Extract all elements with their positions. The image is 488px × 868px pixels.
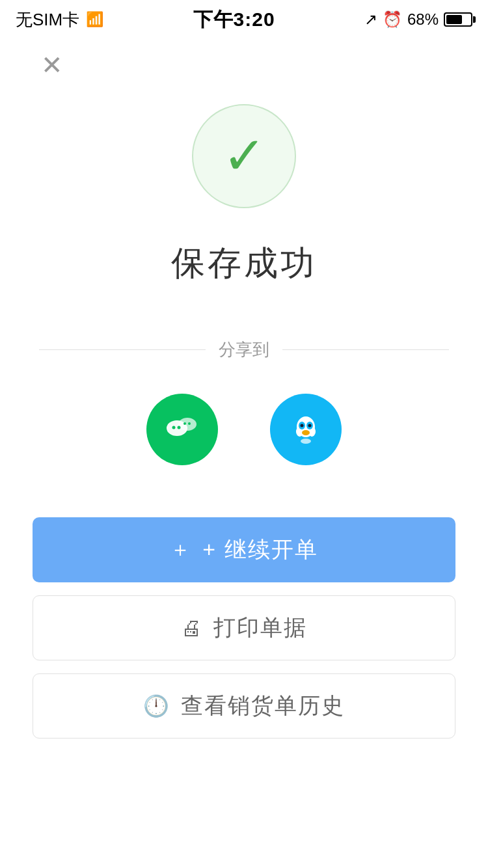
- svg-point-13: [302, 430, 310, 435]
- wechat-icon-svg: [161, 409, 203, 450]
- plus-icon: ＋: [170, 536, 192, 564]
- divider-left: [39, 349, 206, 350]
- qq-button[interactable]: [270, 394, 342, 465]
- battery-percent: 68%: [407, 10, 439, 29]
- share-section: 分享到: [0, 338, 488, 465]
- close-icon: ✕: [41, 52, 63, 78]
- svg-point-14: [301, 439, 311, 444]
- print-button[interactable]: 🖨 打印单据: [33, 595, 455, 660]
- clock-icon: 🕛: [143, 694, 170, 718]
- action-buttons: ＋ + 继续开单 🖨 打印单据 🕛 查看销货单历史: [0, 517, 488, 739]
- divider-right: [282, 349, 449, 350]
- history-button[interactable]: 🕛 查看销货单历史: [33, 673, 455, 739]
- status-right: ↗ ⏰ 68%: [364, 10, 472, 29]
- svg-point-1: [178, 418, 197, 431]
- close-button[interactable]: ✕: [33, 46, 72, 85]
- history-label: 查看销货单历史: [181, 691, 345, 721]
- printer-icon: 🖨: [181, 616, 203, 640]
- share-icons: [146, 394, 342, 465]
- svg-point-2: [172, 426, 176, 429]
- status-time: 下午3:20: [193, 7, 275, 33]
- svg-point-5: [188, 422, 191, 425]
- wechat-button[interactable]: [146, 394, 218, 465]
- share-label: 分享到: [206, 338, 282, 361]
- svg-point-3: [178, 426, 181, 429]
- location-icon: ↗: [364, 10, 377, 29]
- carrier-text: 无SIM卡: [16, 8, 79, 31]
- svg-point-4: [183, 422, 186, 425]
- svg-point-11: [301, 424, 304, 427]
- status-carrier: 无SIM卡 📶: [16, 8, 103, 31]
- battery-icon: [444, 12, 472, 27]
- qq-icon-svg: [285, 409, 327, 450]
- print-label: 打印单据: [213, 613, 307, 643]
- success-title: 保存成功: [171, 241, 317, 286]
- success-circle: ✓: [192, 104, 296, 208]
- continue-button[interactable]: ＋ + 继续开单: [33, 517, 455, 582]
- wifi-icon: 📶: [86, 11, 103, 28]
- share-divider: 分享到: [0, 338, 488, 361]
- main-content: ✓ 保存成功 分享到: [0, 39, 488, 739]
- status-bar: 无SIM卡 📶 下午3:20 ↗ ⏰ 68%: [0, 0, 488, 39]
- checkmark-icon: ✓: [223, 130, 266, 182]
- alarm-icon: ⏰: [383, 10, 402, 29]
- battery-fill: [446, 15, 462, 24]
- svg-point-12: [308, 424, 312, 427]
- continue-label: + 继续开单: [202, 535, 318, 565]
